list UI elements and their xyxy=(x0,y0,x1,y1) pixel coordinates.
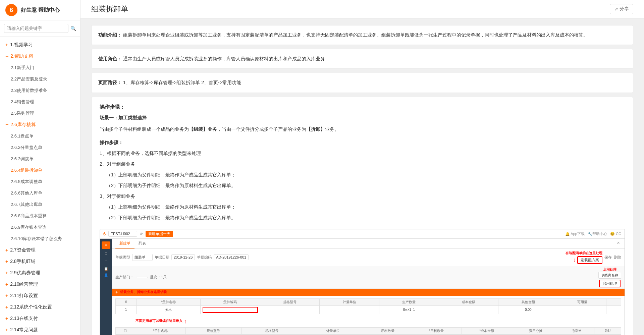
sidebar-item-assembly[interactable]: 2.6.4组装拆卸单 xyxy=(0,165,80,176)
sidebar: 6 好生意 帮助中心 🔍 + 1.视频学习 − 2.帮助文档 2.1新手入门 2… xyxy=(0,0,80,335)
annotation4: 不固定清单可以继续在这里录入 xyxy=(136,319,182,323)
mock-upper-table: # *父件名称 父件编码 规格型号 计量单位 生产数量 成本金额 其他金额 xyxy=(115,298,621,314)
sidebar-item-adjust[interactable]: 2.6.3调拨单 xyxy=(0,153,80,165)
mock-nav-icon2: ⊙ xyxy=(105,252,107,255)
mock-lower-annotation: 不固定清单可以继续在这里录入 ↑ xyxy=(115,317,621,326)
search-icon[interactable]: 🔍 xyxy=(70,26,76,31)
mock-tabs: 新建单 列表 ✕ xyxy=(112,239,625,249)
mock-process-btn[interactable]: 启用处理 xyxy=(599,280,621,287)
sidebar-item-cost-calc[interactable]: 2.6.8商品成本重算 xyxy=(0,210,80,222)
annotation1: 有装配清单的在这里处理 xyxy=(566,251,602,256)
step2: 2、对于组装业务 xyxy=(100,159,625,169)
mock-dept-input xyxy=(136,277,148,278)
mock-topbar: 6 TEST-H002 ⟳ 新建单据一天 🔔 App下载 🔧帮助中心 😊 CC xyxy=(100,229,625,239)
logo-icon: 6 xyxy=(5,4,17,16)
sidebar-header: 6 好生意 帮助中心 xyxy=(0,0,80,20)
table-row: 1 关木 0∝×1=1 xyxy=(116,305,621,314)
mock-td-unit xyxy=(320,305,379,314)
intro-card: 功能介绍： 组装拆卸单用来处理企业组装或拆卸等加工业务，支持有固定装配清单的产品… xyxy=(91,25,633,45)
step3-2: （2）下部明细为子件明细，最终作为产成品生成其它入库单。 xyxy=(100,213,625,222)
mock-td-qty: 0∝×1=1 xyxy=(379,305,439,314)
nav-label: 2.10经营管理 xyxy=(10,281,38,287)
annotation3: 启用处理 xyxy=(603,267,616,272)
sidebar-item-split-stock[interactable]: 2.6.2分量盘点单 xyxy=(0,142,80,153)
sidebar-item-install[interactable]: 2.2产品安装及登录 xyxy=(0,73,80,85)
intro-label: 功能介绍： xyxy=(98,32,122,38)
sidebar-item-new-user[interactable]: 2.1新手入门 xyxy=(0,62,80,73)
mock-save-btn[interactable]: 保存 xyxy=(604,255,612,260)
mock-th-other: 其他金额 xyxy=(498,298,558,305)
sidebar-item-stock-check[interactable]: 2.6.9库存账本查询 xyxy=(0,222,80,233)
mock-nav-icon5: 👤 xyxy=(104,273,108,277)
mock-delete-btn[interactable]: 删除 xyxy=(614,255,621,260)
nav-label: 2.6.9库存账本查询 xyxy=(11,224,47,230)
step2-1: （1）上部明细为父件明细，最终作为产成品生成其它入库单； xyxy=(100,170,625,179)
sidebar-item-ops[interactable]: + 2.10经营管理 xyxy=(0,279,80,290)
role-text: 通常由生产人员或库管人员完成拆装业务的操作，库管人员确认原材料的出库和产成品的入… xyxy=(123,56,325,61)
mock-th-name: *父件名称 xyxy=(137,298,201,305)
sidebar-item-coupon[interactable]: + 2.9优惠券管理 xyxy=(0,267,80,279)
mock-icons-right: 🔔 App下载 🔧帮助中心 😊 CC xyxy=(565,231,621,236)
nav-label: 2.4销售管理 xyxy=(11,99,34,105)
content-area: 功能介绍： 组装拆卸单用来处理企业组装或拆卸等加工业务，支持有固定装配清单的产品… xyxy=(80,18,644,335)
mock-type-label: 单据类型 xyxy=(115,255,130,260)
mock-tab-new: 新建单 xyxy=(115,239,135,248)
sidebar-item-faq[interactable]: + 2.14常见问题 xyxy=(0,324,80,335)
screenshot-wrapper: 6 TEST-H002 ⟳ 新建单据一天 🔔 App下载 🔧帮助中心 😊 CC … xyxy=(100,229,625,335)
role-label: 使用角色： xyxy=(98,56,122,61)
sidebar-item-print[interactable]: + 2.11打印设置 xyxy=(0,290,80,301)
plus-icon: + xyxy=(5,259,8,264)
sidebar-item-mobile[interactable]: + 2.8手机旺铺 xyxy=(0,256,80,267)
sidebar-item-stock-error[interactable]: 2.6.10库存账本错了怎么办 xyxy=(0,233,80,244)
mock-orange-banner: + 组装业务、拆卸业务在这里切换 xyxy=(112,289,625,296)
mock-td-num: 1 xyxy=(116,305,137,314)
mock-supplier-input: 供货商名称 xyxy=(598,272,621,279)
mock-td-other: 0.00 xyxy=(498,305,558,314)
mock-code-input: AD-20191226-001 xyxy=(214,254,249,260)
sidebar-item-other-in[interactable]: 2.6.6其他入库单 xyxy=(0,187,80,199)
mock-sync-icon: ⟳ xyxy=(140,232,143,236)
sidebar-item-docs[interactable]: − 2.帮助文档 xyxy=(0,51,80,62)
plus-icon: + xyxy=(5,316,8,321)
mock-code-label: 单据编码 xyxy=(197,255,212,260)
sidebar-item-cost-adjust[interactable]: 2.6.5成本调整单 xyxy=(0,176,80,187)
nav-label: 2.12系统个性化设置 xyxy=(10,304,52,310)
sidebar-item-system[interactable]: + 2.12系统个性化设置 xyxy=(0,301,80,313)
mock-lth-alloc: 费用分摊 xyxy=(512,327,559,334)
nav-label: 2.6.8商品成本重算 xyxy=(11,213,47,219)
sidebar-item-label: 1.视频学习 xyxy=(10,42,33,48)
mock-lower-section: 不固定清单可以继续在这里录入 ↑ ☐ *子件名称 xyxy=(112,317,625,335)
intro-text: 组装拆卸单用来处理企业组装或拆卸等加工业务，支持有固定装配清单的产品加工业务，也… xyxy=(123,32,588,38)
step3: 3、对于拆卸业务 xyxy=(100,191,625,201)
mock-lth-unit: 计量单位 xyxy=(302,327,364,334)
search-input[interactable] xyxy=(4,24,68,33)
sidebar-item-video[interactable]: + 1.视频学习 xyxy=(0,39,80,51)
sidebar-item-data-prep[interactable]: 2.3使用前数据准备 xyxy=(0,85,80,96)
nav-label: 2.6.4组装拆卸单 xyxy=(11,167,42,173)
nav-label: 2.11打印设置 xyxy=(10,293,38,299)
plus-icon: + xyxy=(5,282,8,287)
sidebar-item-purchase[interactable]: 2.5采购管理 xyxy=(0,108,80,119)
sidebar-item-online-pay[interactable]: + 2.13在线支付 xyxy=(0,313,80,324)
plus-icon: + xyxy=(5,304,8,310)
mock-th-spec: 规格型号 xyxy=(260,298,320,305)
sidebar-item-other-out[interactable]: 2.6.7其他出库单 xyxy=(0,199,80,210)
main-header: 组装拆卸单 ↗ 分享 xyxy=(80,0,644,18)
sidebar-item-sales[interactable]: 2.4销售管理 xyxy=(0,96,80,108)
mock-th-avail: 可用量 xyxy=(558,298,606,305)
mock-td-code xyxy=(201,305,260,314)
nav-label: 2.6.1盘点单 xyxy=(11,133,34,139)
mock-date-label: 单据日期 xyxy=(155,255,169,260)
mock-lth-cost: *成本金额 xyxy=(462,327,512,334)
share-button[interactable]: ↗ 分享 xyxy=(610,4,633,14)
nav-label: 2.6.2分量盘点单 xyxy=(11,145,42,151)
page-title: 组装拆卸单 xyxy=(91,4,128,14)
mock-tab-spacer xyxy=(150,239,615,248)
sidebar-item-finance[interactable]: + 2.7资金管理 xyxy=(0,244,80,256)
steps-container: 操作步骤： 场景一：加工类型选择 当由多个子件材料组装成一个成品的业务为【组装】… xyxy=(91,97,633,335)
mock-process-area: 启用处理 供货商名称 启用处理 xyxy=(598,267,621,287)
nav-label: 2.6.7其他出库单 xyxy=(11,202,42,208)
sidebar-item-inventory[interactable]: − 2.6库存核算 xyxy=(0,119,80,130)
sidebar-item-stocktake[interactable]: 2.6.1盘点单 xyxy=(0,130,80,142)
mock-count-label: 批次：1只 xyxy=(150,275,167,280)
